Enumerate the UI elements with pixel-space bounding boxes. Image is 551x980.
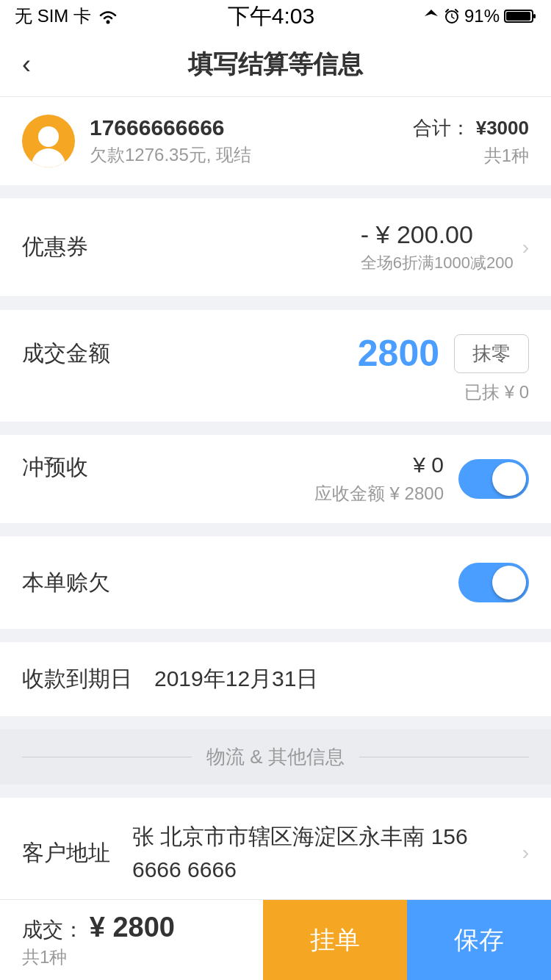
wifi-icon	[97, 8, 119, 24]
alarm-icon	[444, 8, 460, 24]
svg-rect-4	[506, 12, 530, 21]
amount-right: 2800 抹零	[358, 332, 529, 375]
round-zero-button[interactable]: 抹零	[454, 334, 529, 373]
battery-icon	[504, 8, 536, 24]
sim-status: 无 SIM 卡	[15, 4, 91, 28]
coupon-label: 优惠券	[22, 232, 88, 262]
coupon-amount: - ¥ 200.00	[361, 220, 514, 249]
logistics-divider: 物流 & 其他信息	[0, 729, 551, 785]
status-time: 下午4:03	[228, 1, 314, 32]
status-right: 91%	[423, 6, 536, 26]
prepay-toggle[interactable]	[458, 459, 529, 499]
prepay-label: 冲预收	[22, 453, 88, 483]
debit-toggle[interactable]	[458, 563, 529, 602]
bottom-trade-value: ¥ 2800	[90, 912, 175, 943]
customer-total: 合计： ¥3000 共1种	[413, 115, 529, 167]
bottom-trade-label: 成交：	[22, 918, 84, 941]
bottom-bar: 成交： ¥ 2800 共1种 挂单 保存	[0, 899, 551, 980]
coupon-section: 优惠券 - ¥ 200.00 全场6折满1000减200 ›	[0, 198, 551, 297]
trade-amount-section: 成交金额 2800 抹零 已抹 ¥ 0	[0, 310, 551, 422]
duedate-label: 收款到期日	[22, 664, 132, 694]
address-section[interactable]: 客户地址 张 北京市市辖区海淀区永丰南 156 6666 6666 ›	[0, 798, 551, 908]
amount-sub: 已抹 ¥ 0	[22, 381, 529, 404]
total-label: 合计： ¥3000	[413, 115, 529, 141]
avatar	[22, 115, 75, 167]
trade-amount-value: 2800	[358, 332, 439, 375]
total-count: 共1种	[413, 144, 529, 167]
back-button[interactable]: ‹	[22, 49, 31, 80]
svg-rect-3	[533, 14, 536, 18]
duedate-value: 2019年12月31日	[154, 664, 318, 694]
svg-point-0	[107, 21, 110, 24]
prepay-right: ¥ 0 应收金额 ¥ 2800	[314, 453, 529, 505]
battery-percent: 91%	[464, 6, 500, 26]
address-chevron-icon: ›	[522, 841, 529, 865]
bottom-count: 共1种	[22, 945, 241, 969]
address-value: 张 北京市市辖区海淀区永丰南 156 6666 6666	[132, 820, 522, 886]
coupon-subtext: 全场6折满1000减200	[361, 252, 514, 274]
prepay-row: 冲预收 ¥ 0 应收金额 ¥ 2800	[22, 453, 529, 505]
prepay-amount: ¥ 0	[314, 453, 444, 478]
customer-sub: 欠款1276.35元, 现结	[90, 143, 251, 167]
nav-bar: ‹ 填写结算等信息	[0, 32, 551, 97]
divider-line-right	[359, 757, 529, 757]
prepay-sub: 应收金额 ¥ 2800	[314, 482, 444, 505]
coupon-value-block: - ¥ 200.00 全场6折满1000减200	[361, 220, 514, 274]
amount-row: 成交金额 2800 抹零	[22, 332, 529, 375]
address-chevron: ›	[522, 841, 529, 865]
customer-details: 17666666666 欠款1276.35元, 现结	[90, 115, 251, 167]
debit-toggle-knob	[492, 566, 526, 599]
toggle-knob	[492, 462, 526, 496]
divider-text: 物流 & 其他信息	[192, 744, 359, 770]
customer-info-left: 17666666666 欠款1276.35元, 现结	[22, 115, 251, 167]
prepay-values: ¥ 0 应收金额 ¥ 2800	[314, 453, 444, 505]
hold-order-button[interactable]: 挂单	[263, 900, 407, 980]
divider-line-left	[22, 757, 192, 757]
prepay-section: 冲预收 ¥ 0 应收金额 ¥ 2800	[0, 435, 551, 523]
debit-section: 本单赊欠	[0, 536, 551, 629]
bottom-trade-row: 成交： ¥ 2800	[22, 912, 241, 944]
page-title: 填写结算等信息	[188, 48, 363, 82]
debit-label: 本单赊欠	[22, 568, 110, 598]
customer-phone: 17666666666	[90, 115, 251, 140]
coupon-row[interactable]: 优惠券 - ¥ 200.00 全场6折满1000减200 ›	[0, 198, 551, 297]
bottom-info: 成交： ¥ 2800 共1种	[0, 900, 263, 980]
chevron-right-icon: ›	[522, 236, 529, 259]
address-label: 客户地址	[22, 838, 110, 868]
status-left: 无 SIM 卡	[15, 4, 119, 28]
duedate-section: 收款到期日 2019年12月31日	[0, 642, 551, 716]
customer-row: 17666666666 欠款1276.35元, 现结 合计： ¥3000 共1种	[0, 97, 551, 185]
location-icon	[423, 8, 439, 24]
save-button[interactable]: 保存	[407, 900, 551, 980]
content-area: 17666666666 欠款1276.35元, 现结 合计： ¥3000 共1种…	[0, 97, 551, 980]
trade-amount-label: 成交金额	[22, 339, 110, 369]
coupon-right: - ¥ 200.00 全场6折满1000减200 ›	[361, 220, 529, 274]
status-bar: 无 SIM 卡 下午4:03 91%	[0, 0, 551, 32]
